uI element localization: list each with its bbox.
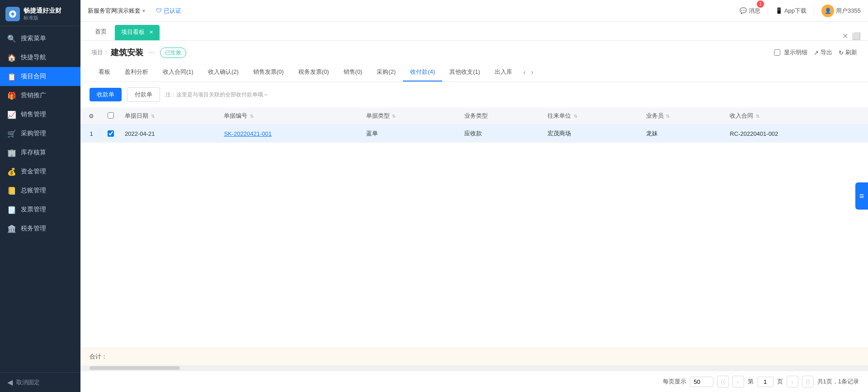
refresh-label: 刷新 [845, 48, 857, 57]
subtab-5[interactable]: 税务发票(0) [291, 63, 336, 81]
sort-type-icon[interactable]: ⇅ [392, 114, 396, 119]
sort-partner-icon[interactable]: ⇅ [574, 114, 577, 119]
project-header-actions: 显示明细 ↗ 导出 ↻ 刷新 [774, 48, 857, 57]
th-code: 单据编号 ⇅ [218, 107, 360, 125]
app-name: 畅捷通好业财 [24, 6, 61, 14]
topbar-divider1 [768, 6, 768, 15]
project-name: 建筑安装 [111, 47, 143, 58]
show-detail-checkbox-label[interactable]: 显示明细 [774, 48, 807, 57]
tab-close-icon[interactable]: ✕ [149, 29, 153, 35]
show-detail-checkbox[interactable] [774, 49, 780, 56]
records-table: ⚙ 单据日期 ⇅ 单据编号 ⇅ 单据类型 ⇅ 业务类型 往来单位 ⇅ 业务员 ⇅ [80, 107, 868, 143]
tabbar: 首页 项目看板 ✕ ✕ ⬜ [80, 22, 868, 41]
project-status-badge: 已生效 [160, 48, 186, 58]
messages-label: 消息 [749, 7, 760, 15]
side-panel-toggle[interactable]: ≡ [855, 182, 868, 210]
subtab-nav-arrows: ‹ › [521, 67, 535, 78]
shoukuandan-tab-button[interactable]: 收款单 [90, 88, 122, 101]
sidebar-item-6[interactable]: 🏢 库存核算 [0, 143, 80, 162]
sidebar-item-1[interactable]: 🏠 快捷导航 [0, 48, 80, 67]
subtab-8[interactable]: 收付款(4) [403, 63, 442, 81]
export-icon: ↗ [814, 49, 819, 56]
subtab-7[interactable]: 采购(2) [369, 63, 403, 81]
toolbar-note: 注：这里是与项目关联的全部收付款单哦～ [165, 91, 269, 99]
sort-contract-icon[interactable]: ⇅ [756, 114, 760, 119]
project-title-row: 项目： 建筑安装 ··· 已生效 显示明细 ↗ 导出 ↻ 刷新 [91, 47, 857, 58]
table-footer: 合计： [80, 348, 868, 365]
pagination-first-button[interactable]: ⟨⟨ [717, 376, 729, 387]
row-checkbox[interactable] [108, 130, 114, 137]
refresh-button[interactable]: ↻ 刷新 [839, 48, 857, 57]
table-section: 收款单 付款单 注：这里是与项目关联的全部收付款单哦～ ⚙ [80, 82, 868, 392]
subtab-next-arrow[interactable]: › [529, 67, 535, 78]
tab-project-board-label: 项目看板 [121, 29, 145, 35]
th-type: 单据类型 ⇅ [361, 107, 459, 125]
sidebar-item-5[interactable]: 🛒 采购管理 [0, 124, 80, 143]
th-contract: 收入合同 ⇅ [724, 107, 868, 125]
tab-project-board[interactable]: 项目看板 ✕ [115, 25, 160, 40]
td-partner: 宏茂商场 [542, 125, 640, 143]
pagination-next-button[interactable]: › [787, 376, 798, 387]
sidebar-item-9[interactable]: 🗒️ 发票管理 [0, 200, 80, 219]
message-icon: 💬 [740, 7, 747, 14]
subtab-3[interactable]: 收入确认(2) [201, 63, 246, 81]
sidebar-item-4[interactable]: 📈 销售管理 [0, 105, 80, 124]
pagination-last-button[interactable]: ⟩⟩ [802, 376, 814, 387]
user-label: 用户3355 [836, 7, 861, 15]
sidebar-item-8[interactable]: 📒 总账管理 [0, 181, 80, 200]
topbar-project[interactable]: 新服务官网演示账套 ▾ [88, 7, 145, 15]
maximize-window-button[interactable]: ⬜ [852, 32, 861, 40]
messages-button[interactable]: 💬 消息 1 [740, 7, 760, 15]
select-all-checkbox[interactable] [108, 112, 114, 119]
fukuandan-tab-button[interactable]: 付款单 [127, 87, 160, 102]
close-window-button[interactable]: ✕ [842, 32, 848, 40]
export-label: 导出 [821, 48, 832, 57]
subtab-9[interactable]: 其他收支(1) [442, 63, 487, 81]
subtab-1[interactable]: 盈利分析 [118, 63, 156, 81]
sidebar-label-7: 资金管理 [21, 167, 46, 176]
tab-home[interactable]: 首页 [88, 24, 114, 40]
sidebar-icon-9: 🗒️ [7, 205, 16, 214]
th-partner: 往来单位 ⇅ [542, 107, 640, 125]
project-label: 项目： [91, 48, 109, 57]
sidebar-label-0: 搜索菜单 [21, 34, 46, 43]
sidebar-item-7[interactable]: 💰 资金管理 [0, 162, 80, 181]
project-more-button[interactable]: ··· [149, 48, 155, 57]
user-avatar: 👤 [821, 5, 834, 17]
subtab-prev-arrow[interactable]: ‹ [521, 67, 527, 78]
sidebar-item-2[interactable]: 📋 项目合同 [0, 67, 80, 86]
sidebar-label-3: 营销推广 [21, 91, 46, 100]
settings-icon[interactable]: ⚙ [89, 113, 94, 120]
pagination-prev-button[interactable]: ‹ [732, 376, 744, 387]
subtab-10[interactable]: 出入库 [487, 63, 519, 81]
th-check [102, 107, 119, 125]
pagination-page-input[interactable] [757, 377, 774, 387]
pagination-page-suffix: 页 [777, 378, 783, 386]
td-code[interactable]: SK-20220421-001 [218, 125, 360, 143]
table-row[interactable]: 1 2022-04-21 SK-20220421-001 蓝单 应收款 宏茂商场… [80, 125, 868, 143]
sort-salesman-icon[interactable]: ⇅ [666, 114, 670, 119]
pagination-total-label: 共1页，1条记录 [817, 378, 859, 386]
sidebar-item-3[interactable]: 🎁 营销推广 [0, 86, 80, 105]
sort-date-icon[interactable]: ⇅ [151, 114, 155, 119]
sort-code-icon[interactable]: ⇅ [250, 114, 254, 119]
topbar-divider2 [814, 6, 814, 15]
main-content: 新服务官网演示账套 ▾ 🛡 已认证 💬 消息 1 📱 App下载 👤 用户335… [80, 0, 868, 392]
topbar-project-name: 新服务官网演示账套 [88, 7, 141, 15]
per-page-select[interactable]: 50 100 200 [690, 377, 713, 387]
subtab-4[interactable]: 销售发票(0) [246, 63, 291, 81]
subtab-2[interactable]: 收入合同(1) [156, 63, 201, 81]
sidebar-unpin[interactable]: ◀ 取消固定 [0, 372, 80, 392]
subtab-0[interactable]: 看板 [91, 63, 118, 81]
table-header: ⚙ 单据日期 ⇅ 单据编号 ⇅ 单据类型 ⇅ 业务类型 往来单位 ⇅ 业务员 ⇅ [80, 107, 868, 125]
app-download-button[interactable]: 📱 App下载 [775, 7, 807, 15]
user-menu-button[interactable]: 👤 用户3355 [821, 5, 861, 17]
export-button[interactable]: ↗ 导出 [814, 48, 832, 57]
sidebar-item-10[interactable]: 🏛️ 税务管理 [0, 219, 80, 238]
td-date: 2022-04-21 [119, 125, 218, 143]
subtab-6[interactable]: 销售(0) [336, 63, 370, 81]
refresh-icon: ↻ [839, 49, 844, 56]
table-wrap: ⚙ 单据日期 ⇅ 单据编号 ⇅ 单据类型 ⇅ 业务类型 往来单位 ⇅ 业务员 ⇅ [80, 107, 868, 348]
sidebar-item-0[interactable]: 🔍 搜索菜单 [0, 29, 80, 48]
table-scrollbar[interactable] [90, 366, 180, 370]
